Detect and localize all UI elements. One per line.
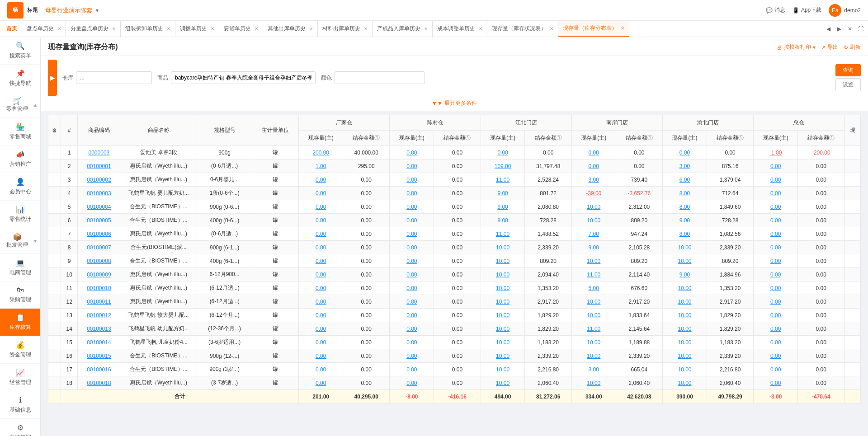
th-settings[interactable]: ⚙ bbox=[48, 115, 61, 146]
row-zong-cun[interactable]: 0.00 bbox=[754, 336, 798, 349]
row-code[interactable]: 00100010 bbox=[78, 281, 120, 295]
row-jiangbei-cun[interactable]: 11.00 bbox=[481, 227, 525, 241]
row-chen-cun[interactable]: 0.00 bbox=[390, 309, 434, 322]
row-zong-cun[interactable]: 0.00 bbox=[754, 309, 798, 322]
row-changjia-cun[interactable]: 0.00 bbox=[299, 349, 343, 363]
selector-arrow[interactable]: ▾ bbox=[96, 7, 99, 14]
sidebar-item-wholesale[interactable]: 📦 批发管理 ▼ bbox=[0, 228, 40, 254]
row-changjia-cun[interactable]: 0.00 bbox=[299, 200, 343, 214]
row-yubei-cun[interactable]: 10.00 bbox=[663, 241, 707, 254]
row-zong-cun[interactable]: 0.00 bbox=[754, 376, 798, 390]
row-nanan-cun[interactable]: 10.00 bbox=[571, 376, 616, 390]
user-area[interactable]: Ea demo2 bbox=[829, 4, 861, 17]
row-changjia-cun[interactable]: 0.00 bbox=[299, 363, 343, 376]
row-code[interactable]: 0000003 bbox=[78, 146, 120, 159]
row-jiangbei-cun[interactable]: 10.00 bbox=[481, 309, 525, 322]
row-zong-cun[interactable]: 0.00 bbox=[754, 241, 798, 254]
tab-qitachu[interactable]: 其他出库单历史 ✕ bbox=[263, 21, 318, 37]
row-chen-cun[interactable]: 0.00 bbox=[390, 281, 434, 295]
zong-amt-info-icon[interactable]: ① bbox=[829, 135, 835, 141]
tab-diaobao[interactable]: 调拨单历史 ✕ bbox=[175, 21, 219, 37]
row-changjia-cun[interactable]: 0.00 bbox=[299, 322, 343, 336]
row-jiangbei-cun[interactable]: 10.00 bbox=[481, 349, 525, 363]
row-chen-cun[interactable]: 0.00 bbox=[390, 173, 434, 187]
sidebar-item-purchase[interactable]: 🛍 采购管理 bbox=[0, 281, 40, 309]
row-jiangbei-cun[interactable]: 9.00 bbox=[481, 187, 525, 200]
row-changjia-cun[interactable]: 0.00 bbox=[299, 336, 343, 349]
row-jiangbei-cun[interactable]: 10.00 bbox=[481, 254, 525, 268]
row-code[interactable]: 00100013 bbox=[78, 322, 120, 336]
tab-chengben[interactable]: 成本调整单历史 ✕ bbox=[433, 21, 487, 37]
sidebar-item-base[interactable]: ℹ 基础信息 bbox=[0, 391, 40, 419]
sidebar-item-inventory[interactable]: 📋 库存核算 bbox=[0, 309, 40, 336]
changjia-amt-info-icon[interactable]: ① bbox=[374, 135, 380, 141]
row-zong-cun[interactable]: 0.00 bbox=[754, 268, 798, 281]
row-zong-cun[interactable]: 0.00 bbox=[754, 295, 798, 309]
row-jiangbei-cun[interactable]: 10.00 bbox=[481, 336, 525, 349]
row-changjia-cun[interactable]: 0.00 bbox=[299, 254, 343, 268]
row-yubei-cun[interactable]: 8.00 bbox=[663, 200, 707, 214]
row-zong-cun[interactable]: 0.00 bbox=[754, 159, 798, 173]
tab-yaohuo[interactable]: 要货单历史 ✕ bbox=[219, 21, 263, 37]
row-jiangbei-cun[interactable]: 109.00 bbox=[481, 159, 525, 173]
row-chen-cun[interactable]: 0.00 bbox=[390, 214, 434, 227]
sidebar-item-ecom[interactable]: 💻 电商管理 bbox=[0, 254, 40, 281]
row-code[interactable]: 00100003 bbox=[78, 187, 120, 200]
jiangbei-amt-info-icon[interactable]: ① bbox=[557, 135, 562, 141]
row-code[interactable]: 00100016 bbox=[78, 363, 120, 376]
row-changjia-cun[interactable]: 0.00 bbox=[299, 241, 343, 254]
row-yubei-cun[interactable]: 8.00 bbox=[663, 227, 707, 241]
tab-qitachu-close[interactable]: ✕ bbox=[309, 26, 313, 31]
row-nanan-cun[interactable]: -39.00 bbox=[571, 187, 616, 200]
row-yubei-cun[interactable]: 10.00 bbox=[663, 281, 707, 295]
row-chen-cun[interactable]: 0.00 bbox=[390, 227, 434, 241]
sidebar-item-search[interactable]: 🔍 搜索英单 bbox=[0, 37, 40, 65]
tab-cailiaochu[interactable]: 材料出库单历史 ✕ bbox=[318, 21, 373, 37]
row-zong-cun[interactable]: 0.00 bbox=[754, 214, 798, 227]
tab-yaohuo-close[interactable]: ✕ bbox=[255, 26, 258, 31]
tab-xiancunliang1[interactable]: 现存量（库存状况表） ✕ bbox=[487, 21, 558, 37]
tab-expand-btn[interactable]: ⛶ bbox=[855, 23, 866, 34]
sidebar-item-nav[interactable]: 📌 快捷导航 bbox=[0, 65, 40, 92]
row-zong-cun[interactable]: 0.00 bbox=[754, 227, 798, 241]
row-changjia-cun[interactable]: 0.00 bbox=[299, 227, 343, 241]
tab-chanpinru-close[interactable]: ✕ bbox=[424, 26, 428, 31]
query-btn[interactable]: 查询 bbox=[835, 64, 861, 76]
selector-text[interactable]: 母婴行业演示陈套 bbox=[45, 6, 92, 14]
row-code[interactable]: 00100001 bbox=[78, 159, 120, 173]
product-input[interactable] bbox=[171, 71, 316, 84]
row-zong-cun[interactable]: 0.00 bbox=[754, 254, 798, 268]
row-zong-cun[interactable]: 0.00 bbox=[754, 322, 798, 336]
row-code[interactable]: 00100009 bbox=[78, 268, 120, 281]
row-changjia-cun[interactable]: 0.00 bbox=[299, 268, 343, 281]
row-nanan-cun[interactable]: 10.00 bbox=[571, 349, 616, 363]
row-yubei-cun[interactable]: 9.00 bbox=[663, 214, 707, 227]
row-jiangbei-cun[interactable]: 10.00 bbox=[481, 322, 525, 336]
row-yubei-cun[interactable]: 10.00 bbox=[663, 254, 707, 268]
setting-btn[interactable]: 设置 bbox=[835, 78, 861, 91]
color-input[interactable] bbox=[335, 71, 425, 84]
warehouse-input[interactable] bbox=[76, 71, 152, 84]
row-changjia-cun[interactable]: 200.00 bbox=[299, 146, 343, 159]
row-yubei-cun[interactable]: 3.00 bbox=[663, 159, 707, 173]
row-chen-cun[interactable]: 0.00 bbox=[390, 295, 434, 309]
tab-zuhe[interactable]: 组装拆卸单历史 ✕ bbox=[121, 21, 175, 37]
tab-pandian-close[interactable]: ✕ bbox=[57, 26, 61, 31]
row-jiangbei-cun[interactable]: 11.00 bbox=[481, 173, 525, 187]
row-chen-cun[interactable]: 0.00 bbox=[390, 187, 434, 200]
refresh-btn[interactable]: ↻ 刷新 bbox=[844, 43, 861, 51]
row-changjia-cun[interactable]: 1.00 bbox=[299, 159, 343, 173]
row-nanan-cun[interactable]: 10.00 bbox=[571, 214, 616, 227]
tab-pandian[interactable]: 盘点单历史 ✕ bbox=[22, 21, 66, 37]
sidebar-item-retail[interactable]: 🛒 零售管理 ▲ bbox=[0, 92, 40, 118]
row-jiangbei-cun[interactable]: 10.00 bbox=[481, 281, 525, 295]
row-nanan-cun[interactable]: 3.00 bbox=[571, 173, 616, 187]
row-code[interactable]: 00100005 bbox=[78, 214, 120, 227]
row-jiangbei-cun[interactable]: 10.00 bbox=[481, 268, 525, 281]
tab-next-btn[interactable]: ▶ bbox=[834, 23, 844, 34]
row-nanan-cun[interactable]: 10.00 bbox=[571, 309, 616, 322]
row-jiangbei-cun[interactable]: 9.00 bbox=[481, 200, 525, 214]
row-code[interactable]: 00100007 bbox=[78, 241, 120, 254]
sidebar-item-member[interactable]: 👤 会员中心 bbox=[0, 173, 40, 201]
row-yubei-cun[interactable]: 10.00 bbox=[663, 363, 707, 376]
